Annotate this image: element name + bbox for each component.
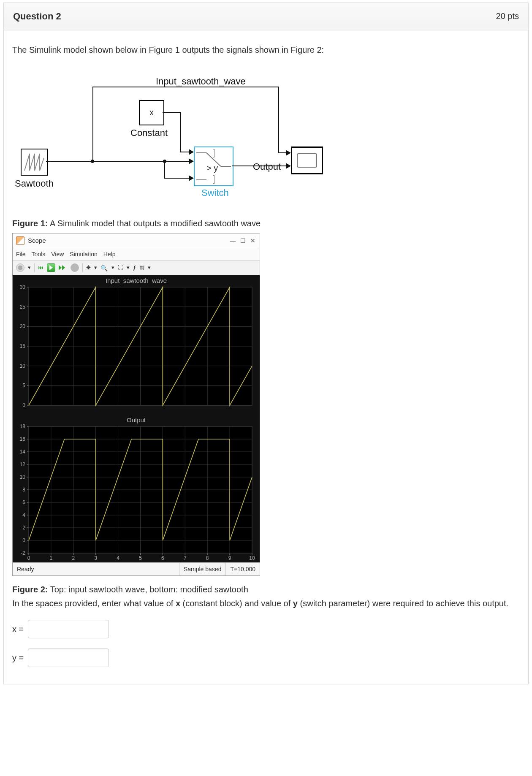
figure2-caption: Figure 2: Top: input sawtooth wave, bott…: [12, 583, 520, 596]
arrow-icon: [189, 149, 194, 155]
svg-text:10: 10: [20, 363, 26, 369]
autoscale-icon[interactable]: ⛶: [118, 264, 123, 272]
svg-text:2: 2: [72, 555, 75, 561]
switch-block: > y: [194, 147, 233, 186]
scope-screen-icon: [297, 153, 317, 168]
constant-label: Constant: [130, 126, 168, 140]
constant-symbol: x: [149, 106, 154, 119]
svg-text:8: 8: [22, 487, 25, 493]
zoom-icon[interactable]: 🔍: [100, 264, 108, 271]
stop-icon[interactable]: [71, 263, 79, 272]
svg-text:16: 16: [20, 436, 26, 442]
sawtooth-icon: [24, 152, 45, 173]
constant-block: x: [139, 100, 164, 125]
sawtooth-block: [21, 149, 48, 176]
svg-text:6: 6: [22, 499, 25, 505]
arrow-icon: [189, 158, 194, 164]
status-ready: Ready: [13, 563, 179, 575]
question-header: Question 2 20 pts: [4, 3, 528, 30]
switch-icon: [195, 147, 233, 185]
svg-text:0: 0: [22, 537, 25, 543]
scope-menubar: File Tools View Simulation Help: [13, 248, 260, 260]
settings-icon[interactable]: [16, 263, 24, 272]
wire: [278, 87, 279, 152]
svg-text:14: 14: [20, 449, 26, 455]
svg-text:0: 0: [22, 402, 25, 408]
matlab-icon: [16, 236, 24, 245]
scope-plots: Input_sawtooth_wave051015202530Output-20…: [13, 275, 260, 562]
answer-y-input[interactable]: [28, 648, 109, 667]
scope-titlebar: Scope — ☐ ✕: [13, 233, 260, 248]
minimize-icon[interactable]: —: [229, 237, 236, 244]
svg-text:1: 1: [50, 555, 53, 561]
scope-window: Scope — ☐ ✕ File Tools View Simulation H…: [12, 233, 260, 576]
svg-text:30: 30: [20, 284, 26, 290]
maximize-icon[interactable]: ☐: [239, 237, 246, 244]
svg-text:15: 15: [20, 343, 26, 349]
answer-y-label: y =: [12, 652, 24, 664]
svg-text:Input_sawtooth_wave: Input_sawtooth_wave: [106, 277, 167, 284]
wire: [278, 152, 286, 153]
simulink-diagram: Sawtooth x Constant > y: [12, 66, 520, 210]
svg-text:10: 10: [249, 555, 255, 561]
svg-text:2: 2: [22, 525, 25, 531]
answer-x-input[interactable]: [28, 620, 109, 638]
step-forward-icon[interactable]: [59, 264, 67, 271]
step-back-icon[interactable]: ⏮: [38, 264, 43, 272]
node-icon: [163, 160, 166, 163]
sawtooth-label: Sawtooth: [15, 177, 54, 190]
arrow-icon: [286, 150, 291, 156]
answer-x-label: x =: [12, 623, 24, 635]
figure1-caption: Figure 1: A Simulink model that outputs …: [12, 217, 520, 230]
highlight-icon[interactable]: ▨: [139, 264, 144, 272]
svg-text:12: 12: [20, 461, 26, 467]
intro-text: The Simulink model shown below in Figure…: [12, 44, 520, 56]
svg-text:20: 20: [20, 323, 26, 329]
answer-x-row: x =: [12, 620, 520, 638]
question-points: 20 pts: [496, 10, 519, 22]
menu-simulation[interactable]: Simulation: [70, 250, 97, 258]
svg-text:0: 0: [27, 555, 30, 561]
svg-text:10: 10: [20, 474, 26, 480]
menu-view[interactable]: View: [51, 250, 64, 258]
instructions: In the spaces provided, enter what value…: [12, 597, 520, 610]
wire: [164, 178, 190, 179]
question-title: Question 2: [13, 10, 61, 23]
wire: [232, 166, 286, 166]
plots-svg: Input_sawtooth_wave051015202530Output-20…: [13, 275, 260, 562]
wire: [92, 87, 278, 87]
cursor-icon[interactable]: ✥: [86, 264, 91, 272]
answer-y-row: y =: [12, 648, 520, 667]
svg-text:25: 25: [20, 304, 26, 310]
svg-text:3: 3: [94, 555, 97, 561]
menu-tools[interactable]: Tools: [32, 250, 46, 258]
wire: [46, 161, 190, 162]
question-card: Question 2 20 pts The Simulink model sho…: [3, 3, 529, 684]
scope-toolbar: ▾ ⏮ ✥▾ 🔍▾ ⛶▾ ƒ ▨▾: [13, 260, 260, 275]
wire: [92, 87, 93, 161]
svg-text:5: 5: [139, 555, 142, 561]
svg-text:7: 7: [184, 555, 187, 561]
svg-text:9: 9: [228, 555, 231, 561]
output-label: Output: [253, 160, 281, 174]
camera-icon[interactable]: ƒ: [133, 264, 136, 272]
svg-text:18: 18: [20, 423, 26, 429]
run-icon[interactable]: [47, 263, 55, 272]
menu-help[interactable]: Help: [103, 250, 116, 258]
wire: [180, 152, 190, 152]
scope-block: [291, 147, 323, 174]
menu-file[interactable]: File: [16, 250, 26, 258]
svg-text:4: 4: [117, 555, 119, 561]
arrow-icon: [189, 175, 194, 181]
wire: [163, 112, 181, 113]
status-mode: Sample based: [179, 563, 226, 575]
svg-line-2: [206, 153, 221, 166]
svg-text:Output: Output: [127, 416, 146, 423]
wire: [164, 161, 165, 178]
scope-statusbar: Ready Sample based T=10.000: [13, 562, 260, 575]
close-icon[interactable]: ✕: [250, 237, 256, 244]
svg-text:8: 8: [206, 555, 209, 561]
svg-text:5: 5: [22, 383, 25, 388]
scope-title: Scope: [28, 236, 46, 245]
status-time: T=10.000: [225, 563, 260, 575]
